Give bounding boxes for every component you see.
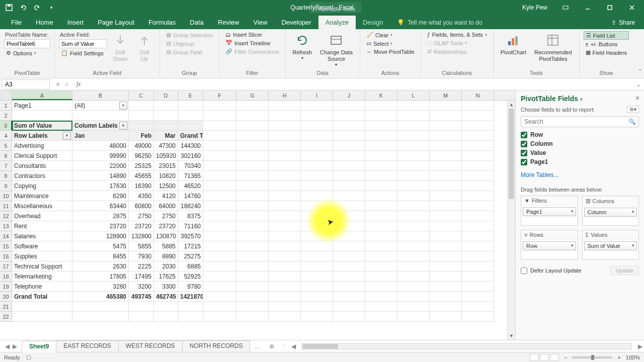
cell[interactable] — [430, 261, 462, 272]
hscroll-left-icon[interactable]: ◀ — [289, 343, 297, 350]
tab-insert[interactable]: Insert — [60, 16, 91, 29]
row-header[interactable]: 21 — [0, 302, 12, 312]
grand-total-cell[interactable]: 465380 — [72, 292, 129, 302]
cell[interactable] — [397, 292, 430, 302]
column-header-L[interactable]: L — [397, 90, 430, 100]
cell[interactable] — [236, 302, 269, 312]
redo-icon[interactable] — [33, 4, 41, 12]
cell[interactable] — [333, 161, 365, 171]
clear-button[interactable]: 🧹Clear▾ — [364, 31, 417, 39]
cell[interactable] — [301, 261, 333, 272]
data-cell[interactable]: 60800 — [129, 201, 154, 211]
cell[interactable] — [72, 111, 129, 121]
view-page-layout-icon[interactable] — [540, 354, 549, 361]
cell[interactable] — [397, 121, 430, 131]
cell[interactable] — [236, 201, 269, 211]
cell[interactable] — [269, 181, 301, 191]
cell[interactable] — [397, 171, 430, 181]
cell[interactable] — [269, 151, 301, 161]
cell[interactable] — [430, 151, 462, 161]
cell[interactable] — [462, 251, 494, 261]
cell[interactable] — [462, 181, 494, 191]
row-header[interactable]: 22 — [0, 312, 12, 322]
data-cell[interactable]: 3200 — [129, 282, 154, 292]
refresh-button[interactable]: Refresh▾ — [290, 31, 315, 62]
data-cell[interactable]: 99990 — [72, 151, 129, 161]
value-chip[interactable]: Sum of Value — [584, 241, 637, 250]
data-cell[interactable]: 25275 — [178, 251, 203, 261]
row-header[interactable]: 6 — [0, 151, 12, 161]
cell[interactable] — [365, 141, 397, 151]
cell[interactable] — [236, 151, 269, 161]
cell[interactable] — [462, 191, 494, 201]
row-header[interactable]: 2 — [0, 111, 12, 121]
cell[interactable] — [430, 201, 462, 211]
cell[interactable] — [397, 141, 430, 151]
data-cell[interactable]: 2630 — [72, 261, 129, 272]
cell[interactable] — [462, 241, 494, 251]
insert-slicer-button[interactable]: 🗂Insert Slicer — [223, 31, 281, 38]
tab-analyze[interactable]: Analyze — [318, 16, 356, 29]
cell[interactable] — [462, 221, 494, 231]
cell[interactable] — [236, 111, 269, 121]
data-cell[interactable]: 52925 — [178, 272, 203, 282]
scroll-up-icon[interactable]: ▲ — [508, 101, 515, 109]
cell[interactable] — [236, 251, 269, 261]
cell[interactable] — [430, 131, 462, 141]
data-cell[interactable]: 23720 — [154, 221, 178, 231]
data-cell[interactable]: 132800 — [129, 231, 154, 241]
cell[interactable] — [203, 101, 236, 111]
field-checkbox[interactable] — [521, 150, 527, 156]
column-header-F[interactable]: F — [203, 90, 236, 100]
data-cell[interactable]: 17805 — [72, 272, 129, 282]
cell[interactable] — [462, 131, 494, 141]
data-cell[interactable]: 25325 — [129, 161, 154, 171]
cell[interactable] — [301, 111, 333, 121]
cell[interactable] — [333, 302, 365, 312]
data-cell[interactable]: 14890 — [72, 171, 129, 181]
data-cell[interactable]: 23720 — [72, 221, 129, 231]
row-label[interactable]: Telephone — [12, 282, 72, 292]
cell[interactable] — [269, 141, 301, 151]
field-settings-button[interactable]: 📋Field Settings — [59, 49, 107, 57]
cell[interactable] — [154, 111, 178, 121]
data-cell[interactable]: 2225 — [129, 261, 154, 272]
row-header[interactable]: 8 — [0, 171, 12, 181]
cell[interactable] — [365, 161, 397, 171]
cell[interactable] — [269, 292, 301, 302]
cell[interactable] — [333, 211, 365, 221]
sheet-tab-west-records[interactable]: WEST RECORDS — [118, 340, 183, 352]
page-filter-dropdown[interactable]: (All) — [72, 101, 129, 111]
cell[interactable] — [203, 161, 236, 171]
data-cell[interactable]: 4120 — [154, 191, 178, 201]
cell[interactable] — [269, 282, 301, 292]
field-list-toggle[interactable]: ☰Field List — [584, 31, 629, 40]
cell[interactable] — [154, 312, 178, 322]
cell[interactable] — [462, 151, 494, 161]
plus-minus-buttons-toggle[interactable]: ±+/- Buttons — [584, 41, 629, 48]
cell[interactable] — [365, 282, 397, 292]
cell[interactable] — [430, 111, 462, 121]
cell[interactable] — [365, 131, 397, 141]
field-item-value[interactable]: Value — [521, 148, 639, 157]
tab-formulas[interactable]: Formulas — [141, 16, 183, 29]
field-item-column[interactable]: Column — [521, 139, 639, 148]
cell[interactable] — [333, 131, 365, 141]
cell[interactable] — [462, 201, 494, 211]
data-cell[interactable]: 9780 — [178, 282, 203, 292]
data-cell[interactable]: 7930 — [129, 251, 154, 261]
grand-total-header[interactable]: Grand Total — [178, 131, 203, 141]
row-label[interactable]: Clerical Support — [12, 151, 72, 161]
scroll-down-icon[interactable]: ▼ — [508, 332, 515, 340]
data-cell[interactable]: 128900 — [72, 231, 129, 241]
column-header-M[interactable]: M — [430, 90, 462, 100]
column-chip[interactable]: Column — [584, 208, 637, 217]
cell[interactable] — [397, 181, 430, 191]
field-checkbox[interactable] — [521, 141, 527, 147]
column-header-N[interactable]: N — [462, 90, 494, 100]
add-sheet-icon[interactable]: ⊕ — [264, 343, 279, 350]
cell[interactable] — [365, 272, 397, 282]
undo-icon[interactable] — [19, 4, 27, 12]
zoom-level[interactable]: 100% — [626, 354, 640, 360]
grand-total-cell[interactable]: 462745 — [154, 292, 178, 302]
